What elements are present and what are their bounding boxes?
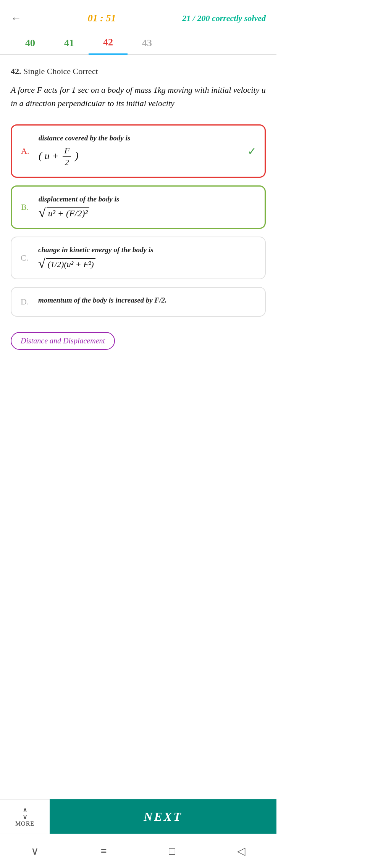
option-d-subtitle: momentum of the body is increased by F/2… bbox=[38, 296, 256, 304]
more-button[interactable]: ∧∨ MORE bbox=[0, 799, 50, 834]
question-header: 42. Single Choice Correct bbox=[11, 66, 266, 76]
question-number: 42. bbox=[11, 66, 21, 76]
next-label: NEXT bbox=[144, 810, 182, 824]
tab-43[interactable]: 43 bbox=[128, 33, 166, 54]
option-c-label: C. bbox=[21, 253, 31, 263]
option-b-label: B. bbox=[21, 202, 32, 212]
option-b[interactable]: B. displacement of the body is √ u² + (F… bbox=[11, 185, 266, 229]
progress-text: 21 / 200 correctly solved bbox=[182, 13, 266, 23]
question-section: 42. Single Choice Correct A force F acts… bbox=[0, 55, 276, 124]
option-a[interactable]: A. distance covered by the body is ( u +… bbox=[11, 124, 266, 177]
nav-arrow-icon[interactable]: ◁ bbox=[237, 845, 246, 857]
more-arrows-icon: ∧∨ bbox=[23, 807, 27, 820]
topic-tag[interactable]: Distance and Displacement bbox=[11, 332, 115, 350]
more-label: MORE bbox=[15, 820, 34, 827]
tab-bar: 40 41 42 43 bbox=[0, 32, 276, 55]
option-b-content: displacement of the body is √ u² + (F/2)… bbox=[39, 195, 255, 219]
option-a-label: A. bbox=[21, 146, 32, 156]
option-c[interactable]: C. change in kinetic energy of the body … bbox=[11, 237, 266, 279]
option-b-subtitle: displacement of the body is bbox=[39, 195, 255, 203]
question-type: Single Choice Correct bbox=[23, 66, 98, 76]
option-b-formula: √ u² + (F/2)² bbox=[39, 206, 255, 219]
option-d-label: D. bbox=[21, 297, 31, 307]
option-a-formula: ( u + F 2 ) bbox=[39, 145, 255, 168]
option-c-content: change in kinetic energy of the body is … bbox=[38, 246, 256, 270]
tab-42[interactable]: 42 bbox=[89, 32, 128, 55]
option-d[interactable]: D. momentum of the body is increased by … bbox=[11, 287, 266, 317]
tab-40[interactable]: 40 bbox=[11, 33, 50, 54]
option-c-formula: √ (1/2)(u² + F²) bbox=[38, 257, 256, 270]
bottom-bar: ∧∨ MORE NEXT bbox=[0, 799, 276, 834]
next-button[interactable]: NEXT bbox=[50, 799, 276, 834]
timer-display: 01 : 51 bbox=[88, 13, 116, 24]
system-nav-bar: ∨ ≡ □ ◁ bbox=[0, 834, 276, 868]
topic-section: Distance and Displacement bbox=[0, 317, 276, 358]
option-c-subtitle: change in kinetic energy of the body is bbox=[38, 246, 256, 254]
option-a-subtitle: distance covered by the body is bbox=[39, 134, 255, 142]
question-text: A force F acts for 1 sec on a body of ma… bbox=[11, 83, 266, 110]
header: ← 01 : 51 21 / 200 correctly solved bbox=[0, 0, 276, 32]
nav-recent-icon[interactable]: □ bbox=[169, 845, 175, 857]
nav-home-icon[interactable]: ≡ bbox=[101, 845, 107, 857]
option-d-content: momentum of the body is increased by F/2… bbox=[38, 296, 256, 308]
nav-back-icon[interactable]: ∨ bbox=[31, 845, 39, 857]
back-button[interactable]: ← bbox=[11, 12, 21, 24]
tab-41[interactable]: 41 bbox=[50, 33, 89, 54]
checkmark-a: ✓ bbox=[247, 145, 256, 157]
option-a-content: distance covered by the body is ( u + F … bbox=[39, 134, 255, 168]
options-container: A. distance covered by the body is ( u +… bbox=[0, 124, 276, 316]
